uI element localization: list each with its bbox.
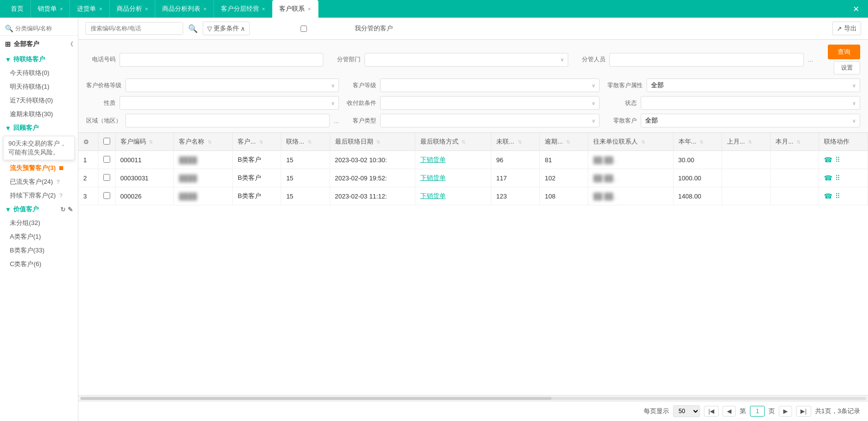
select-all-checkbox[interactable] bbox=[103, 138, 110, 145]
sort-this-month-icon[interactable]: ⇅ bbox=[796, 139, 800, 145]
export-button[interactable]: ↗ 导出 bbox=[832, 22, 861, 35]
tab-customer-layer[interactable]: 客户分层经营 × bbox=[214, 0, 272, 18]
filter-level-select[interactable]: ∨ bbox=[380, 78, 600, 92]
contact-icon[interactable]: ☎ bbox=[824, 156, 832, 164]
more-conditions-button[interactable]: ▽ 更多条件 ∧ bbox=[203, 22, 250, 35]
contact-icon[interactable]: ☎ bbox=[824, 192, 832, 200]
sidebar-item-churned[interactable]: 已流失客户(24) ? bbox=[0, 175, 78, 189]
data-table-container: ⚙ 客户编码 ⇅ 客户名称 ⇅ bbox=[78, 133, 868, 395]
search-input[interactable] bbox=[85, 22, 183, 35]
next-page-button[interactable]: ▶ bbox=[779, 406, 792, 417]
my-customers-check[interactable] bbox=[255, 25, 353, 32]
window-close-button[interactable]: ✕ bbox=[848, 4, 864, 14]
sidebar-group-review[interactable]: ▼ 回顾客户 bbox=[0, 121, 78, 135]
tab-purchase[interactable]: 进货单 × bbox=[70, 0, 109, 18]
sidebar-item-class-a[interactable]: A类客户(1) bbox=[0, 230, 78, 244]
sort-name-icon[interactable]: ⇅ bbox=[208, 139, 212, 145]
last-method-link[interactable]: 下销货单 bbox=[420, 174, 446, 181]
last-method-link[interactable]: 下销货单 bbox=[420, 156, 446, 163]
current-page-display: 1 bbox=[750, 406, 765, 417]
sidebar-search-input[interactable] bbox=[15, 25, 78, 32]
sidebar-item-ungrouped[interactable]: 未分组(32) bbox=[0, 216, 78, 230]
refresh-icon[interactable]: ↻ bbox=[60, 206, 66, 213]
table-settings-icon[interactable]: ⚙ bbox=[83, 138, 89, 146]
sidebar-item-today[interactable]: 今天待联络(0) bbox=[0, 66, 78, 80]
contact-icon[interactable]: ☎ bbox=[824, 174, 832, 182]
filter-customer-type-select[interactable]: ∨ bbox=[380, 114, 600, 127]
sidebar-group-value[interactable]: ▼ 价值客户 ↻ ✎ bbox=[0, 202, 78, 216]
tab-product-list-close[interactable]: × bbox=[203, 6, 206, 12]
prev-page-button[interactable]: ◀ bbox=[723, 406, 736, 417]
row-checkbox-1[interactable] bbox=[103, 174, 110, 181]
tab-customer-contact[interactable]: 客户联系 × bbox=[272, 0, 318, 18]
filter-zero-customer-select[interactable]: 全部 ∨ bbox=[641, 114, 860, 127]
search-button[interactable]: 🔍 bbox=[188, 24, 198, 33]
filter-gender-select[interactable]: ∨ bbox=[120, 96, 339, 110]
scrollbar-thumb[interactable] bbox=[80, 397, 552, 400]
row-checkbox-0[interactable] bbox=[103, 156, 110, 163]
sort-contact-icon[interactable]: ⇅ bbox=[308, 139, 312, 145]
sidebar-collapse-icon[interactable]: 《 bbox=[68, 41, 73, 48]
sidebar-group-pending[interactable]: ▼ 待联络客户 bbox=[0, 52, 78, 66]
sort-code-icon[interactable]: ⇅ bbox=[149, 139, 153, 145]
sidebar-item-churn-warning[interactable]: 流失预警客户(3) bbox=[0, 161, 78, 175]
my-customers-checkbox[interactable]: 我分管的客户 bbox=[255, 24, 393, 33]
filter-manager-dots[interactable]: ... bbox=[808, 56, 813, 63]
tab-product-analysis[interactable]: 商品分析 × bbox=[110, 0, 155, 18]
filter-phone-input[interactable] bbox=[120, 53, 323, 67]
sort-type-icon[interactable]: ⇅ bbox=[259, 139, 263, 145]
col-header-last-date: 最后联络日期 ⇅ bbox=[330, 133, 415, 151]
sort-contacts-icon[interactable]: ⇅ bbox=[641, 139, 645, 145]
more-actions-icon[interactable]: ⠿ bbox=[835, 192, 840, 200]
sort-last-month-icon[interactable]: ⇅ bbox=[748, 139, 752, 145]
filter-manager-select[interactable] bbox=[609, 53, 804, 67]
more-actions-icon[interactable]: ⠿ bbox=[835, 156, 840, 164]
sidebar-all-customers[interactable]: ⊞ 全部客户 《 bbox=[0, 36, 78, 52]
sort-last-method-icon[interactable]: ⇅ bbox=[461, 139, 465, 145]
query-button[interactable]: 查询 bbox=[828, 45, 860, 59]
sidebar-item-class-b[interactable]: B类客户(33) bbox=[0, 244, 78, 257]
cell-last-method: 下销货单 bbox=[415, 169, 491, 187]
sidebar-item-class-c[interactable]: C类客户(6) bbox=[0, 257, 78, 271]
tab-product-analysis-close[interactable]: × bbox=[145, 6, 148, 12]
last-page-button[interactable]: ▶| bbox=[796, 406, 811, 417]
chevron-level-icon: ∨ bbox=[592, 83, 595, 88]
tab-customer-contact-close[interactable]: × bbox=[308, 6, 311, 12]
tab-sales[interactable]: 销货单 × bbox=[31, 0, 70, 18]
row-checkbox-2[interactable] bbox=[103, 192, 110, 199]
tab-purchase-close[interactable]: × bbox=[99, 6, 102, 12]
action-icons: ☎ ⠿ bbox=[824, 192, 863, 200]
table-row: 1 000011 ████ B类客户 15 2023-03-02 10:30: … bbox=[78, 151, 868, 169]
filter-payment-select[interactable]: ∨ bbox=[380, 96, 600, 110]
sidebar-all-label: 全部客户 bbox=[14, 40, 39, 49]
sidebar-item-7days[interactable]: 近7天待联络(0) bbox=[0, 94, 78, 107]
pagination-bar: 每页显示 50100200 |◀ ◀ 第 1 页 ▶ ▶| 共1页，3条记录 bbox=[78, 401, 868, 421]
filter-area-dots[interactable]: ... bbox=[334, 117, 339, 124]
tab-customer-layer-close[interactable]: × bbox=[262, 6, 265, 12]
sort-last-date-icon[interactable]: ⇅ bbox=[376, 139, 380, 145]
sidebar-item-overdue-contact[interactable]: 逾期未联络(30) bbox=[0, 107, 78, 121]
filter-price-level-select[interactable]: ∨ bbox=[125, 78, 339, 92]
settings-button[interactable]: 设置 bbox=[834, 61, 860, 74]
first-page-button[interactable]: |◀ bbox=[704, 406, 719, 417]
sidebar: 🔍 ⊞ 全部客户 《 ▼ 待联络客户 今天待联络(0) 明天待联络(1) 近7天… bbox=[0, 18, 78, 421]
sort-overdue-icon[interactable]: ⇅ bbox=[566, 139, 570, 145]
sidebar-item-declining[interactable]: 持续下滑客户(2) ? bbox=[0, 189, 78, 202]
sort-this-year-icon[interactable]: ⇅ bbox=[699, 139, 703, 145]
sort-not-contacted-icon[interactable]: ⇅ bbox=[518, 139, 522, 145]
filter-status-select[interactable]: ∨ bbox=[641, 96, 860, 110]
more-actions-icon[interactable]: ⠿ bbox=[835, 174, 840, 182]
last-method-link[interactable]: 下销货单 bbox=[420, 192, 446, 199]
tab-product-list[interactable]: 商品分析列表 × bbox=[155, 0, 214, 18]
tab-home[interactable]: 首页 bbox=[4, 0, 31, 18]
filter-payment-label: 收付款条件 bbox=[347, 99, 376, 107]
per-page-select[interactable]: 50100200 bbox=[673, 405, 700, 417]
filter-zero-attr-select[interactable]: 全部 ∨ bbox=[647, 78, 860, 92]
filter-area-select[interactable] bbox=[125, 114, 330, 127]
col-last-date-label: 最后联络日期 bbox=[335, 138, 373, 145]
filter-dept-select[interactable]: ∨ bbox=[364, 53, 568, 67]
sidebar-item-tomorrow[interactable]: 明天待联络(1) bbox=[0, 80, 78, 94]
edit-icon[interactable]: ✎ bbox=[68, 206, 73, 213]
horizontal-scrollbar[interactable] bbox=[78, 395, 868, 401]
tab-sales-close[interactable]: × bbox=[60, 6, 63, 12]
